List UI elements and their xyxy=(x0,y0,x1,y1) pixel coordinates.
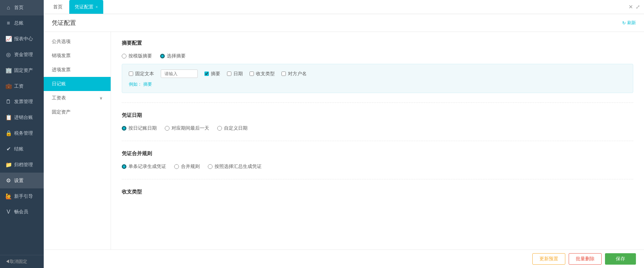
radio-single[interactable]: 单条记录生成凭证 xyxy=(122,164,166,170)
radio-template-input[interactable] xyxy=(122,54,126,58)
radio-journal-date-input[interactable] xyxy=(122,126,126,131)
radio-journal-date[interactable]: 按日记账日期 xyxy=(122,125,157,131)
sidebar-item-salary[interactable]: 💼 工资 xyxy=(0,78,44,94)
sidebar-item-closing[interactable]: ✔ 结账 xyxy=(0,141,44,157)
sidebar-item-settings[interactable]: ⚙ 设置 xyxy=(0,173,44,188)
sidebar-item-ledger[interactable]: ≡ 总账 xyxy=(0,15,44,31)
home-icon: ⌂ xyxy=(5,5,11,11)
nav-payroll[interactable]: 工资表 ∨ xyxy=(44,91,111,105)
radio-batch-input[interactable] xyxy=(208,164,213,169)
invoice-icon: 🗒 xyxy=(5,99,11,105)
nav-fixed-assets[interactable]: 固定资产 xyxy=(44,105,111,119)
page-header: 凭证配置 ↻ 刷新 xyxy=(44,14,644,32)
sidebar-item-funds[interactable]: ◎ 资金管理 xyxy=(0,47,44,62)
checkbox-summary-input[interactable] xyxy=(204,72,209,76)
sidebar-item-archive[interactable]: 📁 归档管理 xyxy=(0,157,44,173)
voucher-date-title: 凭证日期 xyxy=(122,112,633,119)
page-title: 凭证配置 xyxy=(52,19,76,27)
chart-icon: ≡ xyxy=(5,20,11,26)
radio-select[interactable]: 选择摘要 xyxy=(160,53,186,59)
voucher-date-radio-group: 按日记账日期 对应期间最后一天 自定义日期 xyxy=(122,125,633,131)
batch-delete-button[interactable]: 批量删除 xyxy=(569,253,602,265)
sidebar-item-reports[interactable]: 📈 报表中心 xyxy=(0,31,44,47)
update-preview-button[interactable]: 更新预置 xyxy=(532,253,565,265)
sidebar-item-invoice[interactable]: 🗒 发票管理 xyxy=(0,94,44,109)
checkbox-income-type[interactable]: 收支类型 xyxy=(250,71,275,77)
sidebar-item-purchase-sales[interactable]: 📋 进销台账 xyxy=(0,109,44,125)
expand-window-icon[interactable]: ⤢ xyxy=(636,4,640,10)
income-type-title: 收支类型 xyxy=(122,189,633,195)
checkbox-income-type-input[interactable] xyxy=(250,72,254,76)
bottom-bar: 更新预置 批量删除 保存 xyxy=(44,250,644,268)
main-area: 首页 凭证配置 × ✕ ⤢ 凭证配置 ↻ 刷新 公共选项 xyxy=(44,0,644,268)
refresh-icon: ↻ xyxy=(622,20,626,26)
section-merge-rule: 凭证合并规则 单条记录生成凭证 合并规则 按照选择汇总生成凭证 xyxy=(122,150,633,179)
reports-icon: 📈 xyxy=(5,36,11,42)
tab-bar: 首页 凭证配置 × ✕ ⤢ xyxy=(44,0,644,14)
sidebar-item-guide[interactable]: 🙋 新手引导 xyxy=(0,188,44,204)
chevron-down-icon: ∨ xyxy=(100,96,103,100)
checkbox-fixed-text[interactable]: 固定文本 xyxy=(129,71,154,77)
sidebar-item-home[interactable]: ⌂ 首页 xyxy=(0,0,44,15)
body-layout: 公共选项 销项发票 进项发票 日记账 工资表 ∨ 固定资产 xyxy=(44,32,644,250)
section-summary-config: 摘要配置 按模版摘要 选择摘要 xyxy=(122,40,633,103)
radio-batch[interactable]: 按照选择汇总生成凭证 xyxy=(208,164,262,170)
tab-home[interactable]: 首页 xyxy=(48,0,68,14)
nav-public[interactable]: 公共选项 xyxy=(44,35,111,49)
content-area: 凭证配置 ↻ 刷新 公共选项 销项发票 进项发票 日记账 xyxy=(44,14,644,268)
radio-period-last[interactable]: 对应期间最后一天 xyxy=(165,125,209,131)
purchase-icon: 📋 xyxy=(5,114,11,121)
nav-sales-invoice[interactable]: 销项发票 xyxy=(44,49,111,63)
summary-config-title: 摘要配置 xyxy=(122,40,633,46)
radio-merge-input[interactable] xyxy=(174,164,179,169)
tax-icon: 🔒 xyxy=(5,130,11,136)
member-icon: V xyxy=(5,209,11,215)
checkbox-summary[interactable]: 摘要 xyxy=(204,71,220,77)
funds-icon: ◎ xyxy=(5,51,11,58)
radio-template[interactable]: 按模版摘要 xyxy=(122,53,152,59)
summary-options: 固定文本 摘要 日期 xyxy=(129,70,626,78)
radio-custom-date[interactable]: 自定义日期 xyxy=(217,125,248,131)
closing-icon: ✔ xyxy=(5,146,11,152)
radio-single-input[interactable] xyxy=(122,164,126,169)
tab-voucher-config[interactable]: 凭证配置 × xyxy=(69,0,103,14)
tab-close-icon[interactable]: × xyxy=(96,5,98,9)
summary-box: 固定文本 摘要 日期 xyxy=(122,64,633,93)
radio-select-input[interactable] xyxy=(160,54,165,58)
example-text: 例如： 摘要 xyxy=(129,81,626,87)
right-content: 摘要配置 按模版摘要 选择摘要 xyxy=(111,32,644,250)
fixed-text-input[interactable] xyxy=(161,70,198,78)
sidebar-item-assets[interactable]: 🏢 固定资产 xyxy=(0,62,44,78)
checkbox-date-input[interactable] xyxy=(227,72,231,76)
checkbox-counterparty[interactable]: 对方户名 xyxy=(281,71,307,77)
section-voucher-date: 凭证日期 按日记账日期 对应期间最后一天 自定义日期 xyxy=(122,112,633,141)
left-nav: 公共选项 销项发票 进项发票 日记账 工资表 ∨ 固定资产 xyxy=(44,32,111,250)
nav-purchase-invoice[interactable]: 进项发票 xyxy=(44,63,111,77)
salary-icon: 💼 xyxy=(5,83,11,89)
close-window-icon[interactable]: ✕ xyxy=(629,4,633,10)
radio-custom-date-input[interactable] xyxy=(217,126,222,131)
summary-radio-group: 按模版摘要 选择摘要 xyxy=(122,53,633,59)
radio-merge[interactable]: 合并规则 xyxy=(174,164,200,170)
radio-period-last-input[interactable] xyxy=(165,126,169,131)
sidebar-item-member[interactable]: V 畅会员 xyxy=(0,204,44,220)
checkbox-counterparty-input[interactable] xyxy=(281,72,286,76)
sidebar: ⌂ 首页 ≡ 总账 📈 报表中心 ◎ 资金管理 🏢 固定资产 💼 工资 🗒 发票… xyxy=(0,0,44,268)
guide-icon: 🙋 xyxy=(5,193,11,199)
nav-journal[interactable]: 日记账 xyxy=(44,77,111,91)
checkbox-date[interactable]: 日期 xyxy=(227,71,243,77)
checkbox-fixed-text-input[interactable] xyxy=(129,72,133,76)
archive-icon: 📁 xyxy=(5,162,11,168)
merge-rule-title: 凭证合并规则 xyxy=(122,150,633,157)
window-controls: ✕ ⤢ xyxy=(629,4,640,10)
section-income-type: 收支类型 xyxy=(122,189,633,195)
assets-icon: 🏢 xyxy=(5,67,11,74)
sidebar-item-tax[interactable]: 🔒 税务管理 xyxy=(0,125,44,141)
refresh-button[interactable]: ↻ 刷新 xyxy=(622,20,636,26)
unpin-button[interactable]: ◀取消固定 xyxy=(0,255,44,268)
settings-icon: ⚙ xyxy=(5,177,11,184)
save-button[interactable]: 保存 xyxy=(605,253,636,265)
merge-rule-radio-group: 单条记录生成凭证 合并规则 按照选择汇总生成凭证 xyxy=(122,164,633,170)
